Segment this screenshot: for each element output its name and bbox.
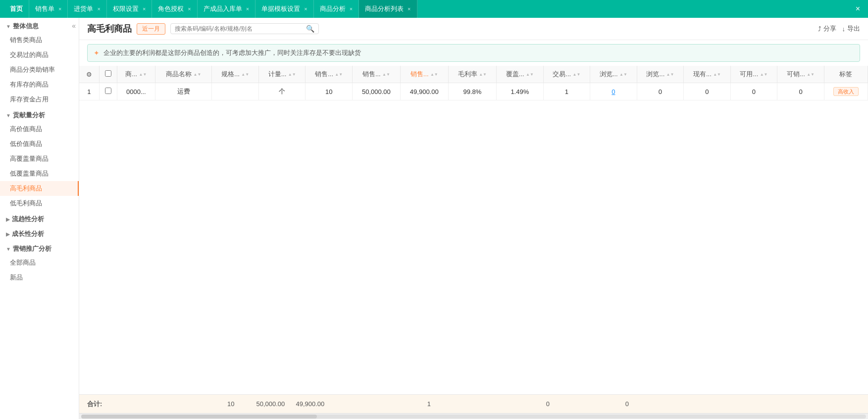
sidebar-group-contribution[interactable]: ▼ 贡献量分析 xyxy=(0,107,79,122)
col-current-stock[interactable]: 现有... ▲▼ xyxy=(684,66,731,83)
data-table-container: ⚙ 商... ▲▼ 商品名称 ▲▼ xyxy=(79,66,868,394)
sidebar-item-low-coverage[interactable]: 低覆盖量商品 xyxy=(0,166,79,181)
nav-tab-role[interactable]: 角色授权 × xyxy=(152,0,197,18)
col-browse2[interactable]: 浏览... ▲▼ xyxy=(637,66,684,83)
footer-cell-spacer5 xyxy=(488,400,528,408)
chevron-right-icon: ▶ xyxy=(6,217,10,222)
scrollbar-thumb[interactable] xyxy=(81,415,317,419)
close-icon[interactable]: × xyxy=(143,6,146,12)
cell-saleable: 0 xyxy=(777,83,824,100)
top-navigation: 首页 销售单 × 进货单 × 权限设置 × 角色授权 × 产成品入库单 × 单据… xyxy=(0,0,868,18)
cell-code: 0000... xyxy=(117,83,155,100)
close-icon[interactable]: × xyxy=(246,6,249,12)
sidebar-item-all-goods[interactable]: 全部商品 xyxy=(0,255,79,270)
share-button[interactable]: ⤴ 分享 xyxy=(818,24,836,33)
footer-transaction: 1 xyxy=(409,400,449,408)
nav-tab-purchase[interactable]: 进货单 × xyxy=(68,0,106,18)
footer-cell-spacer4 xyxy=(449,400,488,408)
cell-sales-qty: 10 xyxy=(306,83,353,100)
col-browse1[interactable]: 浏览... ▲▼ xyxy=(590,66,637,83)
sidebar-group-overall[interactable]: ▼ 整体信息 xyxy=(0,18,79,33)
nav-tab-product-instock[interactable]: 产成品入库单 × xyxy=(198,0,255,18)
search-icon[interactable]: 🔍 xyxy=(306,25,314,33)
sort-icon: ▲▼ xyxy=(139,73,147,77)
sidebar: « ▼ 整体信息 销售类商品 交易过的商品 商品分类助销率 有库存的商品 库存资… xyxy=(0,18,79,419)
sidebar-collapse-button[interactable]: « xyxy=(72,22,76,30)
col-index: ⚙ xyxy=(79,66,99,83)
nav-tab-product-analysis-list[interactable]: 商品分析列表 × xyxy=(359,0,417,18)
cell-unit: 个 xyxy=(258,83,306,100)
col-saleable[interactable]: 可销... ▲▼ xyxy=(777,66,824,83)
col-unit[interactable]: 计量... ▲▼ xyxy=(258,66,306,83)
sidebar-group-marketing[interactable]: ▼ 营销推广分析 xyxy=(0,240,79,255)
sidebar-item-category-sales-rate[interactable]: 商品分类助销率 xyxy=(0,62,79,77)
col-spec[interactable]: 规格... ▲▼ xyxy=(212,66,259,83)
sort-icon: ▲▼ xyxy=(713,73,721,77)
sidebar-item-new-goods[interactable]: 新品 xyxy=(0,270,79,285)
col-coverage[interactable]: 覆盖... ▲▼ xyxy=(497,66,544,83)
close-icon[interactable]: × xyxy=(408,6,410,12)
nav-tab-home[interactable]: 首页 xyxy=(4,0,29,18)
cell-current-stock: 0 xyxy=(684,83,731,100)
sidebar-group-trend[interactable]: ▶ 流趋性分析 xyxy=(0,211,79,226)
cell-transaction: 1 xyxy=(543,83,590,100)
col-available[interactable]: 可用... ▲▼ xyxy=(730,66,777,83)
col-sales-amount[interactable]: 销售... ▲▼ xyxy=(352,66,400,83)
close-icon[interactable]: × xyxy=(350,6,353,12)
cell-spec xyxy=(212,83,259,100)
sort-icon: ▲▼ xyxy=(526,73,534,77)
close-all-tabs-button[interactable]: × xyxy=(852,4,864,13)
sidebar-item-low-margin[interactable]: 低毛利商品 xyxy=(0,196,79,211)
horizontal-scrollbar[interactable] xyxy=(79,413,868,419)
scrollbar-track xyxy=(81,415,866,419)
sort-icon: ▲▼ xyxy=(335,73,343,77)
export-icon: ↓ xyxy=(842,25,846,33)
nav-tab-template[interactable]: 单据模板设置 × xyxy=(255,0,313,18)
nav-tab-permission[interactable]: 权限设置 × xyxy=(107,0,152,18)
col-sales-profit[interactable]: 销售... ▲▼ xyxy=(400,66,448,83)
col-name[interactable]: 商品名称 ▲▼ xyxy=(155,66,212,83)
col-gross-rate[interactable]: 毛利率 ▲▼ xyxy=(448,66,496,83)
col-transaction[interactable]: 交易... ▲▼ xyxy=(543,66,590,83)
export-button[interactable]: ↓ 导出 xyxy=(842,24,861,33)
sidebar-item-stock-capital[interactable]: 库存资金占用 xyxy=(0,92,79,107)
sidebar-item-sales-goods[interactable]: 销售类商品 xyxy=(0,33,79,47)
col-sales-qty[interactable]: 销售... ▲▼ xyxy=(306,66,353,83)
filter-recent-month-button[interactable]: 近一月 xyxy=(137,23,165,35)
sidebar-item-low-value[interactable]: 低价值商品 xyxy=(0,137,79,151)
cell-gross-rate: 99.8% xyxy=(448,83,496,100)
sidebar-item-high-coverage[interactable]: 高覆盖量商品 xyxy=(0,151,79,166)
sort-icon: ▲▼ xyxy=(666,73,674,77)
nav-tab-product-analysis[interactable]: 商品分析 × xyxy=(314,0,359,18)
table-header-row: ⚙ 商... ▲▼ 商品名称 ▲▼ xyxy=(79,66,868,83)
data-table: ⚙ 商... ▲▼ 商品名称 ▲▼ xyxy=(79,66,868,100)
sort-icon: ▲▼ xyxy=(807,73,815,77)
chevron-down-icon: ▼ xyxy=(6,113,11,118)
sidebar-item-high-value[interactable]: 高价值商品 xyxy=(0,122,79,137)
sidebar-item-in-stock-goods[interactable]: 有库存的商品 xyxy=(0,77,79,92)
nav-tab-sales[interactable]: 销售单 × xyxy=(29,0,68,18)
sort-icon: ▲▼ xyxy=(430,73,438,77)
close-icon[interactable]: × xyxy=(304,6,307,12)
close-icon[interactable]: × xyxy=(97,6,100,12)
select-all-checkbox[interactable] xyxy=(105,70,111,77)
footer-saleable: 0 xyxy=(607,400,647,408)
cell-name: 运费 xyxy=(155,83,212,100)
cell-browse1[interactable]: 0 xyxy=(590,83,637,100)
cell-available: 0 xyxy=(730,83,777,100)
sidebar-group-growth[interactable]: ▶ 成长性分析 xyxy=(0,226,79,240)
sort-icon: ▲▼ xyxy=(619,73,627,77)
settings-icon[interactable]: ⚙ xyxy=(86,71,92,78)
sidebar-item-high-margin[interactable]: 高毛利商品 xyxy=(0,181,79,196)
footer-cell-spacer6 xyxy=(567,400,607,408)
cell-sales-profit: 49,900.00 xyxy=(400,83,448,100)
sidebar-item-traded-goods[interactable]: 交易过的商品 xyxy=(0,47,79,62)
close-icon[interactable]: × xyxy=(58,6,61,12)
footer-current-stock: 0 xyxy=(528,400,567,408)
close-icon[interactable]: × xyxy=(188,6,191,12)
row-checkbox[interactable] xyxy=(105,88,111,94)
table-row: 1 0000... 运费 个 10 50,000.00 49,900.00 99… xyxy=(79,83,868,100)
col-code[interactable]: 商... ▲▼ xyxy=(117,66,155,83)
search-input[interactable] xyxy=(175,25,303,32)
footer-cell-spacer3 xyxy=(369,400,409,408)
